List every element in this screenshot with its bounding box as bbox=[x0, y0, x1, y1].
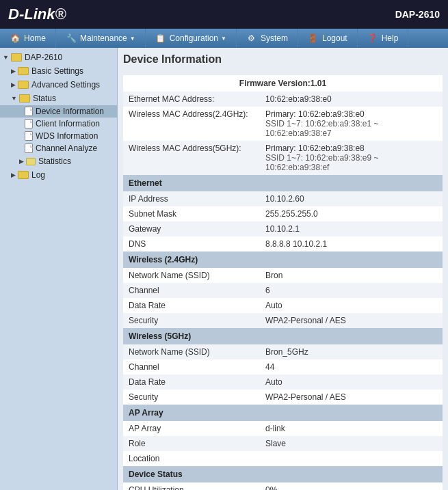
row-value: 8.8.8.8 10.10.2.1 bbox=[260, 236, 443, 251]
table-row: Channel 44 bbox=[123, 359, 443, 375]
header: D-Link® DAP-2610 bbox=[0, 0, 448, 29]
nav-maintenance[interactable]: 🔧 Maintenance ▼ bbox=[56, 29, 146, 48]
expand-icon: ▶ bbox=[11, 172, 16, 178]
row-value: 10.10.2.60 bbox=[260, 191, 443, 206]
row-label: Channel bbox=[123, 359, 260, 375]
logo: D-Link® bbox=[8, 5, 66, 23]
section-ethernet: Ethernet bbox=[123, 175, 443, 191]
sidebar-item-basic-settings[interactable]: ▶ Basic Settings bbox=[0, 64, 117, 78]
sidebar-item-status[interactable]: ▼ Status bbox=[0, 92, 117, 105]
row-subvalue: SSID 1~7: 10:62:eb:a9:38:e9 ~ 10:62:eb:a… bbox=[265, 152, 378, 172]
maintenance-icon: 🔧 bbox=[66, 33, 77, 44]
row-value: 0% bbox=[260, 482, 443, 490]
table-row: IP Address 10.10.2.60 bbox=[123, 191, 443, 206]
row-value: Slave bbox=[260, 436, 443, 451]
help-icon: ❓ bbox=[367, 33, 378, 44]
sidebar: ▼ DAP-2610 ▶ Basic Settings ▶ Advanced S… bbox=[0, 48, 118, 490]
row-value: WPA2-Personal / AES bbox=[260, 390, 443, 405]
table-row: Gateway 10.10.2.1 bbox=[123, 221, 443, 236]
nav-home[interactable]: 🏠 Home bbox=[0, 29, 56, 48]
table-row: Network Name (SSID) Bron bbox=[123, 268, 443, 283]
folder-icon bbox=[18, 67, 29, 75]
sidebar-label-log: Log bbox=[31, 170, 45, 180]
row-label: Location bbox=[123, 451, 260, 466]
section-wireless-5: Wireless (5GHz) bbox=[123, 328, 443, 344]
nav-help-label: Help bbox=[382, 33, 399, 43]
folder-icon bbox=[26, 158, 36, 165]
table-row: Data Rate Auto bbox=[123, 375, 443, 390]
nav-logout[interactable]: 🚪 Logout bbox=[298, 29, 358, 48]
page-title: Device Information bbox=[123, 53, 443, 68]
expand-icon: ▼ bbox=[3, 54, 9, 61]
table-row: Wireless MAC Address(2.4GHz): Primary: 1… bbox=[123, 107, 443, 141]
row-label: Security bbox=[123, 390, 260, 405]
sidebar-item-log[interactable]: ▶ Log bbox=[0, 168, 117, 182]
sidebar-label-device-info: Device Information bbox=[36, 107, 104, 116]
row-label: Subnet Mask bbox=[123, 206, 260, 221]
row-label: Data Rate bbox=[123, 298, 260, 313]
sidebar-label-wds-info: WDS Information bbox=[36, 131, 98, 141]
row-label: Wireless MAC Address(2.4GHz): bbox=[123, 107, 260, 141]
folder-open-icon bbox=[19, 94, 30, 103]
section-wireless-24: Wireless (2.4GHz) bbox=[123, 251, 443, 268]
section-label: Wireless (2.4GHz) bbox=[123, 251, 443, 268]
sidebar-label-advanced-settings: Advanced Settings bbox=[31, 80, 100, 90]
configuration-icon: 📋 bbox=[155, 33, 166, 44]
row-label: AP Array bbox=[123, 421, 260, 436]
nav-home-label: Home bbox=[24, 33, 46, 43]
expand-icon: ▼ bbox=[11, 95, 17, 102]
doc-icon bbox=[25, 119, 33, 128]
table-row: Ethernet MAC Address: 10:62:eb:a9:38:e0 bbox=[123, 92, 443, 107]
row-value: Primary: 10:62:eb:a9:38:e0 SSID 1~7: 10:… bbox=[260, 107, 443, 141]
firmware-row: Firmware Version:1.01 bbox=[123, 75, 443, 92]
nav-system-label: System bbox=[261, 33, 288, 43]
row-value: 10:62:eb:a9:38:e0 bbox=[260, 92, 443, 107]
sidebar-label-basic-settings: Basic Settings bbox=[31, 66, 83, 76]
expand-icon: ▶ bbox=[19, 158, 24, 165]
sidebar-item-dap2610[interactable]: ▼ DAP-2610 bbox=[0, 51, 117, 64]
row-label: Wireless MAC Address(5GHz): bbox=[123, 141, 260, 175]
row-value: WPA2-Personal / AES bbox=[260, 313, 443, 328]
sidebar-item-channel-analyze[interactable]: Channel Analyze bbox=[0, 142, 117, 154]
nav-help[interactable]: ❓ Help bbox=[358, 29, 409, 48]
row-label: Ethernet MAC Address: bbox=[123, 92, 260, 107]
row-label: Network Name (SSID) bbox=[123, 268, 260, 283]
section-label: Device Status bbox=[123, 466, 443, 482]
table-row: Subnet Mask 255.255.255.0 bbox=[123, 206, 443, 221]
table-row: CPU Utilization 0% bbox=[123, 482, 443, 490]
table-row: Role Slave bbox=[123, 436, 443, 451]
expand-icon: ▶ bbox=[11, 68, 16, 74]
folder-icon bbox=[18, 81, 29, 89]
system-icon: ⚙ bbox=[246, 33, 257, 44]
folder-icon bbox=[11, 53, 22, 62]
row-value: 44 bbox=[260, 359, 443, 375]
row-value: d-link bbox=[260, 421, 443, 436]
main-layout: ▼ DAP-2610 ▶ Basic Settings ▶ Advanced S… bbox=[0, 48, 448, 490]
nav-logout-label: Logout bbox=[322, 33, 347, 43]
info-table: Firmware Version:1.01 Ethernet MAC Addre… bbox=[123, 75, 443, 490]
sidebar-item-advanced-settings[interactable]: ▶ Advanced Settings bbox=[0, 78, 117, 92]
row-value: Auto bbox=[260, 375, 443, 390]
sidebar-item-client-info[interactable]: Client Information bbox=[0, 118, 117, 130]
sidebar-item-device-info[interactable]: Device Information bbox=[0, 105, 117, 118]
sidebar-item-wds-info[interactable]: WDS Information bbox=[0, 130, 117, 142]
configuration-arrow-icon: ▼ bbox=[221, 36, 226, 42]
table-row: Channel 6 bbox=[123, 283, 443, 298]
row-label: Channel bbox=[123, 283, 260, 298]
doc-icon bbox=[25, 144, 33, 153]
sidebar-label-dap2610: DAP-2610 bbox=[25, 53, 62, 62]
row-value bbox=[260, 451, 443, 466]
section-label: Ethernet bbox=[123, 175, 443, 191]
table-row: DNS 8.8.8.8 10.10.2.1 bbox=[123, 236, 443, 251]
row-subvalue: SSID 1~7: 10:62:eb:a9:38:e1 ~ 10:62:eb:a… bbox=[265, 118, 378, 138]
nav-configuration-label: Configuration bbox=[170, 33, 218, 43]
sidebar-label-status: Status bbox=[33, 94, 56, 103]
section-device-status: Device Status bbox=[123, 466, 443, 482]
sidebar-item-statistics[interactable]: ▶ Statistics bbox=[0, 154, 117, 168]
home-icon: 🏠 bbox=[10, 33, 21, 44]
nav-configuration[interactable]: 📋 Configuration ▼ bbox=[146, 29, 237, 48]
firmware-value: Firmware Version:1.01 bbox=[123, 75, 443, 92]
sidebar-label-statistics: Statistics bbox=[38, 156, 71, 166]
maintenance-arrow-icon: ▼ bbox=[130, 36, 135, 42]
nav-system[interactable]: ⚙ System bbox=[237, 29, 298, 48]
